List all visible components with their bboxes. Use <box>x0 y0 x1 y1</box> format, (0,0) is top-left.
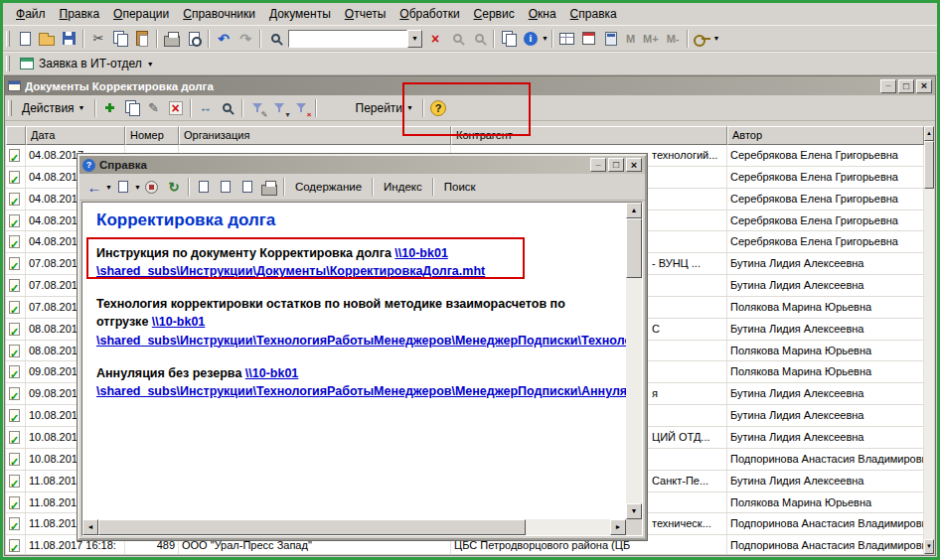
table-board-button[interactable] <box>556 28 578 50</box>
table-vertical-scrollbar[interactable] <box>924 126 934 554</box>
search-input[interactable] <box>288 30 407 48</box>
menu-item-2[interactable]: Правка <box>53 5 107 23</box>
restore-button[interactable] <box>898 79 914 93</box>
menu-item-1[interactable]: Файл <box>9 5 53 23</box>
help-link-server[interactable]: \\10-bk01 <box>152 315 206 329</box>
scroll-down-icon[interactable] <box>626 503 642 519</box>
minimize-button[interactable] <box>880 79 896 93</box>
find-previous-button[interactable] <box>468 28 490 50</box>
find-in-list-button[interactable] <box>217 97 238 119</box>
menu-item-9[interactable]: Окна <box>522 5 563 23</box>
scroll-down-icon[interactable] <box>924 539 934 554</box>
memory-button[interactable]: М <box>622 33 639 45</box>
memory-plus-button[interactable]: М+ <box>639 33 663 45</box>
actions-menu-button[interactable]: Действия <box>16 98 91 118</box>
print-preview-button[interactable] <box>183 28 205 50</box>
chevron-down-icon[interactable] <box>713 35 720 42</box>
help-horizontal-scrollbar[interactable] <box>82 519 626 535</box>
clear-filter-button[interactable] <box>290 97 312 119</box>
menu-item-3[interactable]: Операции <box>106 5 176 23</box>
copy-button[interactable] <box>109 28 131 50</box>
redo-button[interactable] <box>235 28 256 50</box>
edit-button[interactable] <box>143 97 165 119</box>
close-button[interactable] <box>916 79 932 93</box>
open-button[interactable] <box>36 28 58 50</box>
help-link-path[interactable]: \shared_subs\Инструкции\ТехнологияРаботы… <box>96 334 626 348</box>
clear-search-button[interactable] <box>424 28 446 50</box>
filter-button[interactable] <box>268 97 290 119</box>
scrollbar-thumb[interactable] <box>924 141 934 189</box>
delete-icon <box>169 101 183 115</box>
refresh-button[interactable] <box>163 176 185 198</box>
scrollbar-thumb[interactable] <box>626 218 642 278</box>
find-button[interactable] <box>264 28 286 50</box>
scroll-up-icon[interactable] <box>626 203 642 218</box>
combo-dropdown-button[interactable] <box>407 30 422 48</box>
refresh-button[interactable] <box>195 97 217 119</box>
it-request-button[interactable]: Заявка в ИТ-отдел <box>14 55 160 72</box>
toolbar-grip[interactable] <box>8 100 12 116</box>
index-button[interactable]: Индекс <box>377 178 429 196</box>
menu-item-8[interactable]: Сервис <box>467 5 522 23</box>
toolbar-grip[interactable] <box>6 56 10 71</box>
column-header-icon[interactable] <box>6 126 26 145</box>
cut-button[interactable] <box>87 28 109 50</box>
search-button[interactable]: Поиск <box>437 178 483 196</box>
print-button[interactable] <box>161 28 183 50</box>
help-window-titlebar[interactable]: Справка <box>79 156 645 174</box>
column-header-organization[interactable]: Организация <box>179 126 451 145</box>
service-settings-button[interactable] <box>692 28 713 50</box>
next-topic-button[interactable] <box>236 176 258 198</box>
calculator-button[interactable] <box>600 28 622 50</box>
help-link-path[interactable]: \shared_subs\Инструкции\ТехнологияРаботы… <box>96 384 626 398</box>
menu-item-4[interactable]: Справочники <box>176 5 262 23</box>
contents-button[interactable]: Содержание <box>288 178 369 196</box>
menu-item-5[interactable]: Документы <box>262 5 338 23</box>
sync-contents-button[interactable] <box>193 176 215 198</box>
chevron-down-icon[interactable] <box>134 184 141 191</box>
chevron-down-icon[interactable] <box>542 35 548 42</box>
stop-button[interactable] <box>141 176 163 198</box>
minimize-button[interactable] <box>590 158 606 172</box>
documents-list-button[interactable] <box>498 28 520 50</box>
help-button[interactable] <box>427 97 449 119</box>
toolbar-grip[interactable] <box>6 31 10 47</box>
menu-item-7[interactable]: Обработки <box>392 5 466 23</box>
column-header-date[interactable]: Дата <box>26 126 125 145</box>
calendar-button[interactable] <box>578 28 600 50</box>
column-header-number[interactable]: Номер <box>125 126 179 145</box>
help-link-server[interactable]: \\10-bk01 <box>245 366 299 380</box>
scroll-right-icon[interactable] <box>610 519 626 535</box>
help-link-path[interactable]: \shared_subs\Инструкции\Документы\Коррек… <box>96 264 485 278</box>
go-menu-button[interactable]: Перейти <box>350 98 420 118</box>
help-vertical-scrollbar[interactable] <box>626 203 642 519</box>
paste-button[interactable] <box>131 28 153 50</box>
scrollbar-thumb[interactable] <box>98 519 526 535</box>
print-button[interactable] <box>258 176 280 198</box>
help-window-title: Справка <box>99 159 584 171</box>
scroll-left-icon[interactable] <box>82 519 98 535</box>
filter-settings-button[interactable] <box>246 97 268 119</box>
new-document-button[interactable] <box>14 28 36 50</box>
undo-button[interactable] <box>213 28 235 50</box>
info-button[interactable] <box>520 28 542 50</box>
memory-minus-button[interactable]: М- <box>663 33 684 45</box>
menu-item-10[interactable]: Справка <box>563 5 624 23</box>
find-next-button[interactable] <box>446 28 468 50</box>
column-header-contragent[interactable]: Контрагент <box>451 126 727 145</box>
save-button[interactable] <box>58 28 79 50</box>
delete-button[interactable] <box>165 97 187 119</box>
documents-window-titlebar[interactable]: Документы Корректировка долга <box>5 76 935 95</box>
previous-topic-button[interactable] <box>215 176 236 198</box>
close-button[interactable] <box>626 158 642 172</box>
column-header-author[interactable]: Автор <box>727 126 924 145</box>
copy-item-button[interactable] <box>121 97 143 119</box>
back-button[interactable] <box>83 176 105 198</box>
scroll-up-icon[interactable] <box>924 126 934 141</box>
maximize-button[interactable] <box>608 158 624 172</box>
view-button[interactable] <box>112 176 134 198</box>
chevron-down-icon[interactable] <box>105 184 112 191</box>
add-button[interactable] <box>99 97 121 119</box>
menu-item-6[interactable]: Отчеты <box>338 5 393 23</box>
help-link-server[interactable]: \\10-bk01 <box>394 246 448 260</box>
